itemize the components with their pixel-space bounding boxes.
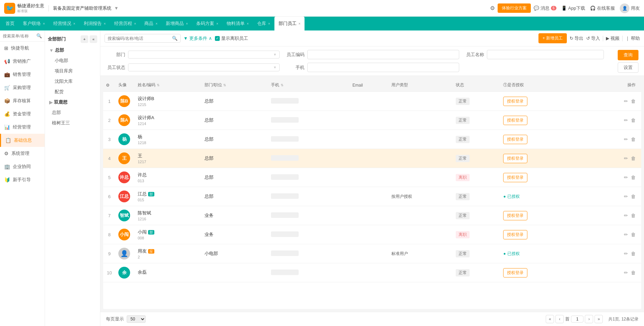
sidebar-item-operations[interactable]: 📊 经营管理 (0, 121, 45, 134)
sidebar-item-guide[interactable]: 🔰 新手引导 (0, 173, 45, 186)
dept-item-shenyangdaku[interactable]: 沈阳大库 (48, 76, 100, 87)
dept-item-xiaodianbiu[interactable]: 小电部 (48, 55, 100, 66)
edit-btn[interactable]: ✏ (624, 98, 628, 104)
tab-material[interactable]: 物料清单 × (223, 17, 253, 30)
tab-barcode[interactable]: 条码方案 × (192, 17, 223, 30)
user-action[interactable]: 👤 用友 (620, 3, 640, 13)
close-barcode-tab[interactable]: × (216, 22, 218, 26)
close-customer-tab[interactable]: × (43, 22, 45, 26)
phone-input[interactable] (307, 63, 459, 72)
emp-status-select[interactable]: ▼ (128, 63, 280, 71)
sidebar-item-finance[interactable]: 💰 资金管理 (0, 107, 45, 121)
sidebar-item-enterprise[interactable]: 🏢 企业协同 (0, 160, 45, 173)
tab-process[interactable]: 经营历程 × (110, 17, 140, 30)
query-btn[interactable]: 查询 (618, 50, 638, 60)
sidebar-item-inventory[interactable]: 📦 库存核算 (0, 94, 45, 107)
dept-select[interactable]: ▼ (128, 51, 280, 59)
show-resigned-check[interactable]: ✓ 显示离职员工 (215, 35, 248, 42)
delete-btn[interactable]: 🗑 (631, 156, 636, 161)
dept-group-general[interactable]: ▼ 总部 (45, 45, 100, 55)
edit-btn[interactable]: ✏ (624, 270, 628, 275)
show-resigned-checkbox[interactable]: ✓ (215, 36, 220, 41)
col-name-code[interactable]: 姓名/编码 ⇅ (135, 79, 202, 92)
next-page-btn[interactable]: › (585, 315, 593, 323)
edit-btn[interactable]: ✏ (624, 251, 628, 256)
edit-btn[interactable]: ✏ (624, 194, 628, 199)
authorize-btn[interactable]: 授权登录 (503, 135, 527, 144)
sidebar-search-input[interactable] (3, 34, 35, 38)
tab-profit[interactable]: 利润报告 × (80, 17, 110, 30)
sidebar-item-marketing[interactable]: 📢 营销推广 (0, 55, 45, 68)
edit-btn[interactable]: ✏ (624, 136, 628, 142)
authorize-btn[interactable]: 授权登录 (503, 173, 527, 182)
dept-item-zhizhuwangsan[interactable]: 植树王三 (45, 118, 100, 128)
sidebar-item-sales[interactable]: 💼 销售管理 (0, 68, 45, 81)
delete-btn[interactable]: 🗑 (631, 136, 636, 142)
messages-action[interactable]: 💬 消息 6 (534, 5, 556, 11)
edit-btn[interactable]: ✏ (624, 232, 628, 237)
dept-item-xiangmukufang[interactable]: 项目库房 (48, 66, 100, 76)
edit-btn[interactable]: ✏ (624, 175, 628, 180)
close-profit-tab[interactable]: × (104, 22, 106, 26)
emp-name-input[interactable] (487, 50, 604, 59)
authorize-btn[interactable]: 授权登录 (503, 116, 527, 125)
delete-btn[interactable]: 🗑 (631, 117, 636, 123)
tab-business[interactable]: 经营情况 × (49, 17, 80, 30)
per-page-select[interactable]: 50 100 200 (127, 315, 146, 323)
tab-goods[interactable]: 商品 × (140, 17, 162, 30)
delete-btn[interactable]: 🗑 (631, 175, 636, 180)
col-settings[interactable]: ⚙ (103, 79, 116, 92)
edit-btn[interactable]: ✏ (624, 117, 628, 123)
more-filter-btn[interactable]: ▼ 更多条件 ∧ (183, 35, 212, 42)
export-btn[interactable]: ↻ 导出 (570, 35, 583, 42)
view-btn[interactable]: ▶ 视频 (606, 35, 619, 42)
tab-warehouse[interactable]: 仓库 × (253, 17, 274, 30)
settings-icon[interactable]: ⚙ (490, 5, 495, 11)
dept-collapse-btn[interactable]: « (90, 35, 97, 43)
col-phone[interactable]: 手机 ⇅ (268, 79, 350, 92)
edit-btn[interactable]: ✏ (624, 156, 628, 161)
delete-btn[interactable]: 🗑 (631, 194, 636, 199)
edit-btn[interactable]: ✏ (624, 213, 628, 218)
add-employee-btn[interactable]: + 新增员工 (538, 33, 567, 43)
sidebar-item-system[interactable]: ⚙ 系统管理 (0, 147, 45, 160)
sidebar-item-basic[interactable]: 📋 基础信息 (0, 134, 45, 147)
close-process-tab[interactable]: × (134, 22, 136, 26)
sidebar-search-icon[interactable]: 🔍 (36, 33, 42, 38)
online-service-action[interactable]: 🎧 在线客服 (590, 5, 615, 11)
authorize-btn[interactable]: 授权登录 (503, 154, 527, 163)
close-goods-tab[interactable]: × (155, 22, 157, 26)
delete-btn[interactable]: 🗑 (631, 251, 636, 256)
sidebar-item-quick-nav[interactable]: ⊞ 快捷导航 (0, 42, 45, 55)
tab-newgoods[interactable]: 新增商品 × (162, 17, 192, 30)
authorize-btn[interactable]: 授权登录 (503, 230, 527, 239)
help-btn[interactable]: ｜ 帮助 (625, 35, 640, 42)
close-material-tab[interactable]: × (247, 22, 249, 26)
current-page-input[interactable] (571, 316, 583, 323)
close-dept-staff-tab[interactable]: × (299, 22, 301, 26)
close-business-tab[interactable]: × (73, 22, 75, 26)
first-page-btn[interactable]: « (546, 315, 554, 323)
prev-page-btn[interactable]: ‹ (555, 315, 564, 323)
search-input[interactable] (108, 36, 171, 41)
experience-btn[interactable]: 体验行业方案 (498, 3, 531, 13)
search-icon[interactable]: 🔍 (172, 36, 178, 41)
delete-btn[interactable]: 🗑 (631, 98, 636, 104)
import-btn[interactable]: ↺ 导入 (586, 35, 600, 42)
system-dropdown-icon[interactable]: ▼ (114, 6, 119, 11)
delete-btn[interactable]: 🗑 (631, 213, 636, 218)
dept-group-shuangluxiang[interactable]: ▶ 双鹿想 (45, 97, 100, 107)
emp-code-input[interactable] (307, 50, 459, 59)
authorize-btn[interactable]: 授权登录 (503, 97, 527, 106)
sidebar-item-purchase[interactable]: 🛒 采购管理 (0, 81, 45, 94)
dept-item-zongbu[interactable]: 总部 (45, 107, 100, 118)
delete-btn[interactable]: 🗑 (631, 270, 636, 275)
tab-home[interactable]: 首页 (1, 17, 19, 30)
tab-customer[interactable]: 客户联络 × (19, 17, 49, 30)
authorize-btn[interactable]: 授权登录 (503, 268, 527, 277)
last-page-btn[interactable]: » (595, 315, 603, 323)
dept-add-btn[interactable]: + (81, 35, 88, 43)
authorize-btn[interactable]: 授权登录 (503, 211, 527, 220)
close-newgoods-tab[interactable]: × (186, 22, 188, 26)
close-warehouse-tab[interactable]: × (268, 22, 270, 26)
